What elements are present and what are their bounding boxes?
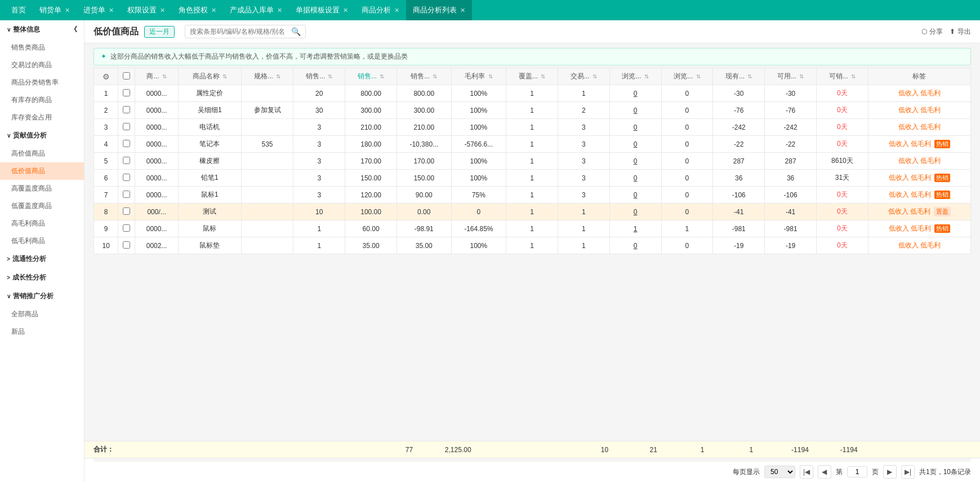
row-checkbox-cell[interactable] [118,119,135,136]
settings-column-header[interactable]: ⚙ [94,68,118,85]
views-link[interactable]: 0 [634,157,638,165]
sidebar-item-stock-goods[interactable]: 有库存的商品 [0,91,84,109]
nav-home[interactable]: 首页 [5,0,33,20]
row-checkbox[interactable] [123,191,130,198]
close-icon[interactable]: ✕ [109,7,114,14]
collapse-btn[interactable]: 《 [70,25,77,34]
spec-column-header[interactable]: 规格... ⇅ [241,68,293,85]
close-icon[interactable]: ✕ [160,7,165,14]
close-icon[interactable]: ✕ [460,7,465,14]
sidebar-item-low-margin[interactable]: 低毛利商品 [0,232,84,250]
row-checkbox-cell[interactable] [118,170,135,187]
share-button[interactable]: ⬡ 分享 [921,27,943,37]
close-icon[interactable]: ✕ [211,7,216,14]
views-link[interactable]: 0 [634,123,638,131]
row-checkbox-cell[interactable] [118,204,135,220]
row-checkbox[interactable] [123,89,130,96]
views1-cell[interactable]: 0 [609,204,661,220]
available-column-header[interactable]: 可用... ⇅ [765,68,817,85]
sidebar-section-contribution[interactable]: ∨ 贡献值分析 [0,126,84,145]
views1-cell[interactable]: 1 [609,220,661,237]
views1-cell[interactable]: 0 [609,237,661,254]
views-link[interactable]: 0 [634,107,638,114]
sidebar-item-high-coverage[interactable]: 高覆盖度商品 [0,180,84,197]
views1-column-header[interactable]: 浏览... ⇅ [609,68,661,85]
time-filter-badge[interactable]: 近一月 [144,26,175,38]
nav-product-analysis[interactable]: 商品分析 ✕ [355,0,406,20]
close-icon[interactable]: ✕ [65,7,70,14]
coverage-column-header[interactable]: 覆盖... ⇅ [506,68,558,85]
sidebar-item-high-value[interactable]: 高价值商品 [0,145,84,162]
search-icon[interactable]: 🔍 [291,27,301,36]
close-icon[interactable]: ✕ [343,7,348,14]
sidebar-item-low-value[interactable]: 低价值商品 [0,162,84,180]
page-size-select[interactable]: 50 100 [764,466,795,478]
row-checkbox-cell[interactable] [118,102,135,119]
views-link[interactable]: 0 [634,208,638,216]
sidebar-section-overall[interactable]: ∨ 整体信息 《 [0,20,84,39]
row-checkbox-cell[interactable] [118,153,135,170]
sidebar-section-liquidity[interactable]: > 流通性分析 [0,250,84,268]
sellable-column-header[interactable]: 可销... ⇅ [816,68,868,85]
close-icon[interactable]: ✕ [394,7,399,14]
row-checkbox[interactable] [123,140,130,147]
views1-cell[interactable]: 0 [609,153,661,170]
views-link[interactable]: 0 [634,140,638,148]
sidebar-section-growth[interactable]: > 成长性分析 [0,268,84,287]
sidebar-item-high-margin[interactable]: 高毛利商品 [0,215,84,232]
sidebar-item-category-sales-rate[interactable]: 商品分类销售率 [0,74,84,91]
nav-purchase-order[interactable]: 进货单 ✕ [77,0,121,20]
nav-role-auth[interactable]: 角色授权 ✕ [172,0,223,20]
gear-icon[interactable]: ⚙ [103,72,110,81]
sidebar-item-stock-capital[interactable]: 库存资金占用 [0,109,84,126]
sidebar-item-traded-goods[interactable]: 交易过的商品 [0,56,84,74]
sidebar-section-marketing[interactable]: ∨ 营销推广分析 [0,287,84,306]
nav-product-warehouse[interactable]: 产成品入库单 ✕ [223,0,289,20]
row-checkbox-cell[interactable] [118,85,135,102]
row-checkbox-cell[interactable] [118,187,135,204]
first-page-button[interactable]: |◀ [800,465,813,479]
views1-cell[interactable]: 0 [609,136,661,153]
transactions-column-header[interactable]: 交易... ⇅ [558,68,609,85]
views-link[interactable]: 0 [634,174,638,182]
checkbox-column-header[interactable] [118,68,135,85]
sales-qty-column-header[interactable]: 销售... ⇅ [293,68,345,85]
current-stock-column-header[interactable]: 现有... ⇅ [713,68,765,85]
views-link[interactable]: 0 [634,242,638,250]
gross-margin-column-header[interactable]: 毛利率 ⇅ [451,68,506,85]
row-checkbox[interactable] [123,241,130,249]
nav-sales-order[interactable]: 销货单 ✕ [33,0,77,20]
sales-profit-column-header[interactable]: 销售... ⇅ [397,68,452,85]
row-checkbox-cell[interactable] [118,220,135,237]
row-checkbox[interactable] [123,123,130,130]
last-page-button[interactable]: ▶| [901,465,915,479]
next-page-button[interactable]: ▶ [883,465,897,479]
nav-permission-settings[interactable]: 权限设置 ✕ [121,0,172,20]
name-column-header[interactable]: 商品名称 ⇅ [178,68,241,85]
views-link[interactable]: 0 [634,191,638,199]
code-column-header[interactable]: 商... ⇅ [135,68,179,85]
search-input[interactable] [190,28,291,36]
row-checkbox[interactable] [123,174,130,181]
nav-product-analysis-list[interactable]: 商品分析列表 ✕ [406,0,472,20]
views-link[interactable]: 1 [634,225,638,233]
views2-column-header[interactable]: 浏览... ⇅ [661,68,713,85]
export-button[interactable]: ⬆ 导出 [950,27,971,37]
row-checkbox[interactable] [123,224,130,232]
sidebar-item-all-goods[interactable]: 全部商品 [0,306,84,323]
row-checkbox[interactable] [123,157,130,164]
row-checkbox[interactable] [123,106,130,113]
sidebar-item-new-goods[interactable]: 新品 [0,323,84,341]
views1-cell[interactable]: 0 [609,170,661,187]
sidebar-item-low-coverage[interactable]: 低覆盖度商品 [0,197,84,215]
sales-amount-column-header[interactable]: 销售... ⇅ [345,68,397,85]
prev-page-button[interactable]: ◀ [818,465,831,479]
views1-cell[interactable]: 0 [609,187,661,204]
views-link[interactable]: 0 [634,90,638,98]
views1-cell[interactable]: 0 [609,119,661,136]
page-number-input[interactable] [847,466,867,477]
row-checkbox-cell[interactable] [118,136,135,153]
select-all-checkbox[interactable] [123,72,130,79]
close-icon[interactable]: ✕ [277,7,282,14]
views1-cell[interactable]: 0 [609,85,661,102]
